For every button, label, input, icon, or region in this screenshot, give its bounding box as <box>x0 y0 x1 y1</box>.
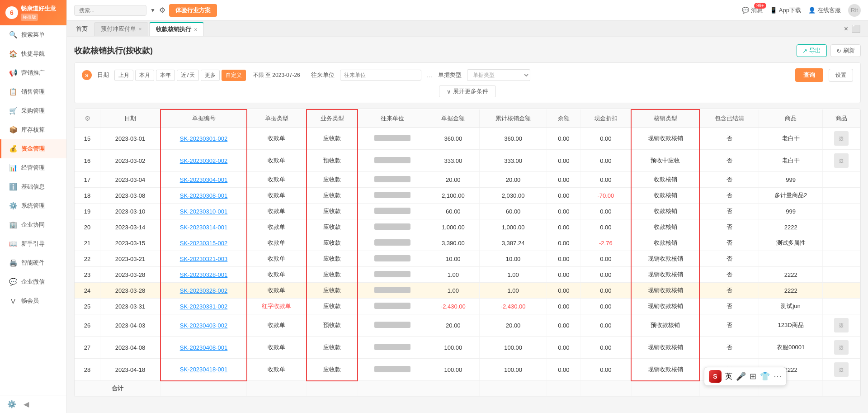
cell-date: 2023-03-02 <box>100 150 161 172</box>
cell-billno: SK-20230304-001 <box>160 172 247 188</box>
sidebar-collapse-icon[interactable]: ◀ <box>24 400 29 408</box>
filter-row: » 日期 上月 本月 本年 近7天 更多 自定义 不限 至 2023-07-26… <box>82 68 853 82</box>
billno-link[interactable]: SK-20230304-001 <box>180 176 228 183</box>
billno-link[interactable]: SK-20230308-001 <box>180 192 228 199</box>
header-industry-btn[interactable]: 体验行业方案 <box>169 4 217 17</box>
float-toolbar-mic-icon[interactable]: 🎤 <box>736 371 746 381</box>
billno-link[interactable]: SK-20230302-002 <box>180 157 228 164</box>
sidebar-item-sales[interactable]: 📋销售管理 <box>0 82 66 101</box>
col-cashdiscount-header: 现金折扣 <box>580 109 631 128</box>
window-restore-btn[interactable]: ⬜ <box>852 24 861 33</box>
cell-product: 老白干 <box>759 128 823 150</box>
cell-verifytype: 预收款核销 <box>631 314 699 337</box>
billno-link[interactable]: SK-20230408-001 <box>180 344 228 351</box>
sidebar-item-quick-nav[interactable]: 🏠快捷导航 <box>0 44 66 63</box>
tab-prepay[interactable]: 预付冲应付单 × <box>94 22 148 36</box>
billno-link[interactable]: SK-20230301-002 <box>180 135 228 142</box>
expand-more-btn[interactable]: ∨ 展开更多条件 <box>439 85 496 97</box>
cell-no: 22 <box>75 251 100 267</box>
cell-balance: 0.00 <box>547 150 580 172</box>
sidebar-item-finance[interactable]: 💰资金管理 <box>0 139 66 158</box>
sidebar-item-operations[interactable]: 📊经营管理 <box>0 158 66 177</box>
header-search-input[interactable] <box>74 5 146 16</box>
tab-verify-close[interactable]: × <box>194 27 197 32</box>
filter-last-month-btn[interactable]: 上月 <box>114 70 133 81</box>
filter-settings-btn[interactable]: 设置 <box>829 69 853 82</box>
sidebar-item-system[interactable]: ⚙️系统管理 <box>0 196 66 215</box>
query-btn[interactable]: 查询 <box>795 68 823 82</box>
sidebar-item-purchase[interactable]: 🛒采购管理 <box>0 101 66 120</box>
filter-partner-dots[interactable]: ... <box>427 71 433 79</box>
sidebar-item-inventory[interactable]: 📦库存核算 <box>0 120 66 139</box>
cell-date: 2023-03-28 <box>100 267 161 283</box>
partner-blurred <box>374 176 410 182</box>
billno-link[interactable]: SK-20230328-001 <box>180 271 228 278</box>
header-avatar[interactable]: Rit <box>848 4 861 17</box>
sidebar-item-search[interactable]: 🔍搜索菜单 <box>0 25 66 44</box>
logo-badge: 标推版 <box>21 14 38 21</box>
header-gear-icon[interactable]: ⚙ <box>159 6 165 14</box>
cell-biztype: 应收款 <box>307 267 358 283</box>
sidebar-label-basic-info: 基础信息 <box>21 183 45 191</box>
cell-verified: 1.00 <box>479 267 547 283</box>
billno-link[interactable]: SK-20230403-002 <box>180 322 228 329</box>
filter-bill-type-select[interactable]: 单据类型 <box>467 69 530 81</box>
logo-text-block: 畅康道好生意 标推版 <box>21 5 56 21</box>
cell-productimg: 🖼 <box>823 337 860 359</box>
sidebar-item-marketing[interactable]: 📢营销推广 <box>0 63 66 82</box>
header-message[interactable]: 💬 消息 99+ <box>742 6 763 14</box>
cell-biztype: 应收款 <box>307 235 358 251</box>
tab-home[interactable]: 首页 <box>71 22 93 36</box>
float-toolbar-label: 英 <box>725 372 732 381</box>
cell-balance: 0.00 <box>547 314 580 337</box>
billno-link[interactable]: SK-20230331-002 <box>180 303 228 310</box>
sidebar-item-guide[interactable]: 📖新手引导 <box>0 234 66 253</box>
expand-label: 展开更多条件 <box>453 87 488 95</box>
sidebar-item-member[interactable]: V畅会员 <box>0 291 66 310</box>
float-toolbar-grid-icon[interactable]: ⊞ <box>750 371 756 381</box>
cell-includesettled: 否 <box>699 150 759 172</box>
filter-this-month-btn[interactable]: 本月 <box>135 70 154 81</box>
sidebar-item-wechat[interactable]: 💬企业微信 <box>0 272 66 291</box>
sidebar-bottom: ⚙️ ◀ <box>0 395 66 413</box>
refresh-btn[interactable]: ↻ 刷新 <box>830 44 861 57</box>
filter-expand-btn[interactable]: » <box>82 70 92 80</box>
header-dropdown-btn[interactable]: ▼ <box>150 7 156 14</box>
cell-partner <box>358 299 427 314</box>
filter-this-year-btn[interactable]: 本年 <box>156 70 175 81</box>
filter-custom-btn[interactable]: 自定义 <box>222 70 246 81</box>
tab-prepay-close[interactable]: × <box>139 26 142 32</box>
table-row: 22 2023-03-21 SK-20230321-003 收款单 应收款 10… <box>75 251 860 267</box>
window-close-btn[interactable]: × <box>844 24 848 33</box>
cell-product: 999 <box>759 172 823 188</box>
float-toolbar-shirt-icon[interactable]: 👕 <box>760 371 770 381</box>
billno-link[interactable]: SK-20230310-001 <box>180 208 228 215</box>
filter-date-label: 日期 <box>97 71 109 79</box>
filter-more-btn[interactable]: 更多 <box>201 70 220 81</box>
cell-no: 16 <box>75 150 100 172</box>
float-toolbar-more-icon[interactable]: ⋯ <box>774 371 782 381</box>
sidebar-item-basic-info[interactable]: ℹ️基础信息 <box>0 177 66 196</box>
cell-biztype: 应收款 <box>307 283 358 299</box>
billno-link[interactable]: SK-20230315-002 <box>180 240 228 247</box>
tab-verify[interactable]: 收款核销执行 × <box>149 22 203 36</box>
cell-productimg <box>823 235 860 251</box>
col-settings-header[interactable]: ⚙ <box>75 109 100 128</box>
header-app-download[interactable]: 📱 App下载 <box>770 6 801 14</box>
sidebar-item-hardware[interactable]: 🖨️智能硬件 <box>0 253 66 272</box>
export-btn[interactable]: ↗ 导出 <box>797 44 827 57</box>
sidebar-item-enterprise[interactable]: 🏢企业协同 <box>0 215 66 234</box>
header-online-service[interactable]: 👤 在线客服 <box>808 6 841 14</box>
filter-7days-btn[interactable]: 近7天 <box>177 70 199 81</box>
billno-link[interactable]: SK-20230321-003 <box>180 256 228 262</box>
sidebar-settings-icon[interactable]: ⚙️ <box>7 400 16 408</box>
cell-balance: 0.00 <box>547 267 580 283</box>
col-productimg-header: 商品 <box>823 109 860 128</box>
partner-blurred <box>374 255 410 261</box>
billno-link[interactable]: SK-20230314-001 <box>180 224 228 231</box>
billno-link[interactable]: SK-20230418-001 <box>180 366 228 373</box>
table-row: 25 2023-03-31 SK-20230331-002 红字收款单 应收款 … <box>75 299 860 314</box>
cell-amount: 100.00 <box>427 337 479 359</box>
billno-link[interactable]: SK-20230328-002 <box>180 287 228 294</box>
filter-partner-input[interactable] <box>340 70 421 81</box>
